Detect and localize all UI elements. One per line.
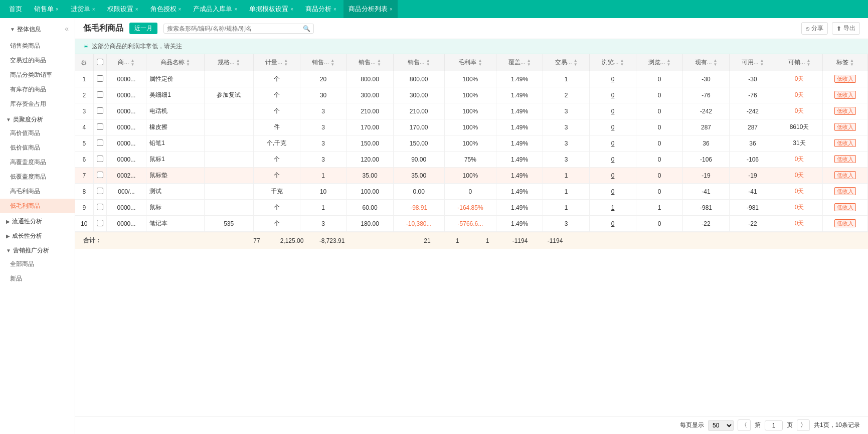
cell-browse1[interactable]: 0: [590, 216, 636, 232]
col-gross-rate[interactable]: 毛利率▲▼: [444, 54, 496, 71]
gear-icon[interactable]: ⚙: [81, 59, 87, 67]
cell-index: 6: [75, 152, 93, 168]
nav-template-settings[interactable]: 单据模板设置×: [244, 0, 298, 18]
cell-current-stock: -30: [683, 71, 730, 87]
sidebar-group-cluster[interactable]: ▼ 类聚度分析: [0, 111, 75, 126]
notice-icon: ☀: [83, 43, 89, 50]
cell-coverage: 1.49%: [496, 152, 543, 168]
nav-close-product-analysis[interactable]: ×: [333, 7, 336, 12]
cell-coverage: 1.49%: [496, 103, 543, 119]
page-number-input[interactable]: [765, 420, 783, 430]
col-sales-qty[interactable]: 销售...▲▼: [300, 54, 346, 71]
select-all-checkbox[interactable]: [97, 59, 103, 65]
cell-code: 0000...: [106, 119, 146, 135]
footer-sales-qty: 77: [242, 237, 272, 244]
col-sales-amount[interactable]: 销售...▲▼: [393, 54, 444, 71]
cell-browse1[interactable]: 0: [590, 119, 636, 135]
cell-browse1[interactable]: 0: [590, 184, 636, 200]
col-sellable[interactable]: 可销...▲▼: [776, 54, 823, 71]
search-icon[interactable]: 🔍: [303, 25, 310, 32]
table-container[interactable]: ⚙ 商...▲▼ 商品名称▲▼ 规格...▲▼ 计量...▲▼ 销售...▲▼ …: [75, 54, 868, 416]
col-trade[interactable]: 交易...▲▼: [543, 54, 590, 71]
cell-browse2: 0: [636, 216, 683, 232]
col-browse1[interactable]: 浏览...▲▼: [590, 54, 636, 71]
nav-close-analysis-list[interactable]: ×: [390, 7, 393, 12]
cell-checkbox[interactable]: [93, 184, 106, 200]
col-available[interactable]: 可用...▲▼: [730, 54, 776, 71]
per-page-select[interactable]: 50 100 200: [708, 420, 734, 431]
sidebar-item-all-goods[interactable]: 全部商品: [0, 257, 75, 271]
cell-name: 鼠标: [146, 200, 204, 216]
sidebar-item-high-margin[interactable]: 高毛利商品: [0, 184, 75, 199]
nav-home[interactable]: 首页: [4, 0, 27, 18]
col-name[interactable]: 商品名称▲▼: [146, 54, 204, 71]
cell-checkbox[interactable]: [93, 119, 106, 135]
cell-checkbox[interactable]: [93, 71, 106, 87]
col-unit[interactable]: 计量...▲▼: [253, 54, 300, 71]
cell-index: 10: [75, 216, 93, 232]
sidebar-item-category-rate[interactable]: 商品分类助销率: [0, 68, 75, 82]
sidebar-group-circulation[interactable]: ▶ 流通性分析: [0, 213, 75, 228]
cell-browse1[interactable]: 0: [590, 168, 636, 184]
search-input[interactable]: [167, 25, 303, 32]
cell-sales-amount: 800.00: [393, 71, 444, 87]
nav-close-sales[interactable]: ×: [56, 7, 59, 12]
cell-sellable: 0天: [776, 87, 823, 103]
col-sales-price[interactable]: 销售...▲▼: [346, 54, 393, 71]
cell-available: -30: [730, 71, 776, 87]
sidebar-group-growth[interactable]: ▶ 成长性分析: [0, 228, 75, 242]
cell-browse1[interactable]: 0: [590, 87, 636, 103]
sidebar-item-stock-capital[interactable]: 库存资金占用: [0, 97, 75, 111]
sidebar-item-traded-goods[interactable]: 交易过的商品: [0, 53, 75, 68]
cell-checkbox[interactable]: [93, 87, 106, 103]
sidebar-collapse-btn[interactable]: «: [63, 25, 71, 33]
nav-close-template[interactable]: ×: [290, 7, 293, 12]
cell-checkbox[interactable]: [93, 103, 106, 119]
col-current-stock[interactable]: 现有...▲▼: [683, 54, 730, 71]
cell-checkbox[interactable]: [93, 216, 106, 232]
nav-purchase[interactable]: 进货单×: [66, 0, 100, 18]
sidebar-item-sales-goods[interactable]: 销售类商品: [0, 39, 75, 53]
sidebar-item-new-goods[interactable]: 新品: [0, 271, 75, 286]
cell-browse1[interactable]: 0: [590, 135, 636, 152]
share-button[interactable]: ⎋ 分享: [801, 22, 828, 35]
sidebar-item-stocked-goods[interactable]: 有库存的商品: [0, 82, 75, 97]
table-row: 2 0000... 吴细细1 参加复试 个 30 300.00 300.00 1…: [75, 87, 868, 103]
cell-trade: 3: [543, 135, 590, 152]
sidebar-item-low-value[interactable]: 低价值商品: [0, 140, 75, 155]
sidebar-item-low-coverage[interactable]: 低覆盖度商品: [0, 170, 75, 184]
cell-checkbox[interactable]: [93, 152, 106, 168]
col-coverage[interactable]: 覆盖...▲▼: [496, 54, 543, 71]
sidebar-item-high-value[interactable]: 高价值商品: [0, 126, 75, 140]
nav-close-permissions[interactable]: ×: [135, 7, 138, 12]
nav-analysis-list[interactable]: 商品分析列表×: [343, 0, 398, 18]
cell-browse1[interactable]: 0: [590, 103, 636, 119]
col-tag[interactable]: 标签▲▼: [823, 54, 868, 71]
prev-page-button[interactable]: 〈: [738, 419, 751, 431]
col-spec[interactable]: 规格...▲▼: [204, 54, 253, 71]
cell-browse1[interactable]: 0: [590, 152, 636, 168]
col-code[interactable]: 商...▲▼: [106, 54, 146, 71]
cell-checkbox[interactable]: [93, 168, 106, 184]
next-page-button[interactable]: 〉: [797, 419, 810, 431]
cell-checkbox[interactable]: [93, 135, 106, 152]
nav-roles[interactable]: 角色授权×: [145, 0, 187, 18]
nav-close-products-in[interactable]: ×: [234, 7, 237, 12]
nav-products-in[interactable]: 产成品入库单×: [188, 0, 242, 18]
cell-sales-qty: 1: [300, 200, 346, 216]
sidebar-group-overall[interactable]: ▼ 整体信息: [4, 21, 47, 36]
sidebar-group-marketing[interactable]: ▼ 营销推广分析: [0, 242, 75, 257]
cell-checkbox[interactable]: [93, 200, 106, 216]
export-button[interactable]: ⬆ 导出: [832, 22, 860, 35]
nav-product-analysis[interactable]: 商品分析×: [300, 0, 341, 18]
nav-close-roles[interactable]: ×: [179, 7, 182, 12]
cell-browse1[interactable]: 1: [590, 200, 636, 216]
nav-permissions[interactable]: 权限设置×: [102, 0, 143, 18]
sidebar-item-low-margin[interactable]: 低毛利商品: [0, 199, 75, 213]
col-browse2[interactable]: 浏览...▲▼: [636, 54, 683, 71]
cell-browse1[interactable]: 0: [590, 71, 636, 87]
date-filter-button[interactable]: 近一月: [129, 23, 157, 34]
nav-sales[interactable]: 销售单×: [29, 0, 64, 18]
nav-close-purchase[interactable]: ×: [92, 7, 95, 12]
sidebar-item-high-coverage[interactable]: 高覆盖度商品: [0, 155, 75, 170]
